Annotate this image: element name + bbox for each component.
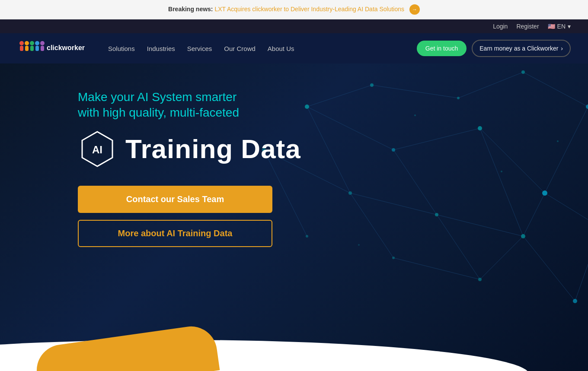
svg-line-26 [575,228,588,301]
svg-rect-1 [20,46,23,51]
svg-line-20 [437,215,523,236]
svg-line-27 [523,236,575,301]
main-nav: clickworker Solutions Industries Service… [0,33,588,63]
contact-sales-button[interactable]: Contact our Sales Team [78,186,272,213]
breaking-news-arrow[interactable]: → [409,4,420,15]
get-in-touch-button[interactable]: Get in touch [417,41,467,56]
svg-point-4 [30,41,34,45]
svg-point-42 [435,213,438,216]
svg-line-12 [393,128,480,150]
svg-point-35 [392,148,395,152]
svg-point-53 [557,140,559,142]
register-link[interactable]: Register [516,23,539,30]
svg-line-13 [480,128,545,193]
svg-point-51 [414,114,416,116]
svg-point-38 [370,83,374,87]
hero-section: Make your AI System smarter with high qu… [0,63,588,371]
svg-rect-3 [25,46,29,51]
svg-point-39 [457,97,460,99]
more-about-button[interactable]: More about AI Training Data [78,220,272,247]
svg-line-21 [523,193,545,236]
nav-links: Solutions Industries Services Our Crowd … [108,45,404,52]
svg-point-36 [478,126,482,130]
nav-industries[interactable]: Industries [147,45,175,52]
logo-svg: clickworker [17,40,86,57]
nav-buttons: Get in touch Earn money as a Clickworker… [417,40,571,57]
svg-line-25 [545,193,588,228]
svg-point-46 [573,299,577,303]
breaking-news-link[interactable]: LXT Acquires clickworker to Deliver Indu… [214,6,404,13]
svg-rect-5 [30,46,34,51]
svg-point-2 [25,41,29,45]
svg-text:AI: AI [92,144,102,155]
earn-money-arrow: › [561,45,563,52]
earn-money-button[interactable]: Earn money as a Clickworker › [472,40,571,57]
svg-line-29 [480,236,523,279]
svg-line-24 [480,128,523,236]
ai-hexagon-icon: AI [78,130,117,168]
hero-ai-badge: AI Training Data [78,130,380,168]
svg-point-40 [521,70,525,74]
svg-point-52 [501,171,502,172]
breaking-label: Breaking news: [168,6,213,13]
svg-point-37 [542,190,547,196]
nav-about-us[interactable]: About Us [268,45,294,52]
hero-title: Training Data [125,133,301,164]
svg-point-0 [19,41,24,45]
breaking-news-bar: Breaking news: LXT Acquires clickworker … [0,0,588,19]
svg-line-16 [458,72,523,98]
svg-point-6 [35,41,39,45]
svg-line-19 [393,150,437,215]
hero-subtitle: Make your AI System smarter with high qu… [78,89,380,121]
svg-line-28 [437,215,480,279]
svg-line-18 [545,107,588,193]
svg-point-41 [586,105,588,109]
hero-content: Make your AI System smarter with high qu… [78,89,380,247]
nav-services[interactable]: Services [187,45,212,52]
chevron-down-icon: ▾ [568,23,571,30]
svg-point-48 [392,257,395,259]
svg-text:clickworker: clickworker [47,44,85,51]
svg-point-47 [478,278,482,281]
yellow-decorative-shape [33,323,220,371]
flag-icon: 🇺🇸 [548,23,555,30]
earn-money-label: Earn money as a Clickworker [479,45,558,52]
svg-rect-7 [35,46,39,51]
svg-point-8 [40,41,45,45]
utility-bar: Login Register 🇺🇸 EN ▾ [0,19,588,33]
logo[interactable]: clickworker [17,40,86,57]
nav-solutions[interactable]: Solutions [108,45,135,52]
lang-label: EN [557,23,566,30]
nav-our-crowd[interactable]: Our Crowd [224,45,256,52]
svg-line-15 [372,85,458,98]
login-link[interactable]: Login [493,23,508,30]
svg-point-43 [521,234,525,238]
svg-rect-9 [41,46,44,51]
svg-line-31 [393,258,480,279]
svg-line-17 [523,72,588,107]
language-selector[interactable]: 🇺🇸 EN ▾ [548,23,571,30]
